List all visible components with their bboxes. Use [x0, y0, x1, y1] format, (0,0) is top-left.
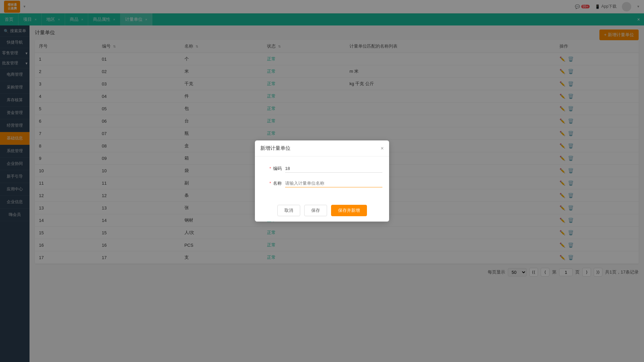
save-button[interactable]: 保存	[304, 205, 327, 216]
save-add-button[interactable]: 保存并新增	[331, 205, 367, 216]
modal-close-button[interactable]: ×	[381, 145, 384, 152]
modal-title: 新增计量单位	[260, 145, 290, 152]
cancel-button[interactable]: 取消	[277, 205, 300, 216]
name-label: * 名称	[262, 180, 282, 186]
modal-footer: 取消 保存 保存并新增	[255, 201, 389, 222]
name-input[interactable]	[285, 179, 382, 187]
form-row-code: * 编码	[262, 165, 382, 173]
code-label: * 编码	[262, 166, 282, 172]
required-star-name: *	[269, 181, 271, 186]
required-star-code: *	[269, 166, 271, 171]
modal-body: * 编码 * 名称	[255, 157, 389, 201]
form-row-name: * 名称	[262, 179, 382, 187]
modal-header: 新增计量单位 ×	[255, 140, 389, 157]
code-input[interactable]	[285, 165, 382, 173]
modal-overlay[interactable]: 新增计量单位 × * 编码 * 名称 取消 保存 保存并新增	[0, 0, 644, 362]
add-unit-modal: 新增计量单位 × * 编码 * 名称 取消 保存 保存并新增	[255, 140, 389, 222]
